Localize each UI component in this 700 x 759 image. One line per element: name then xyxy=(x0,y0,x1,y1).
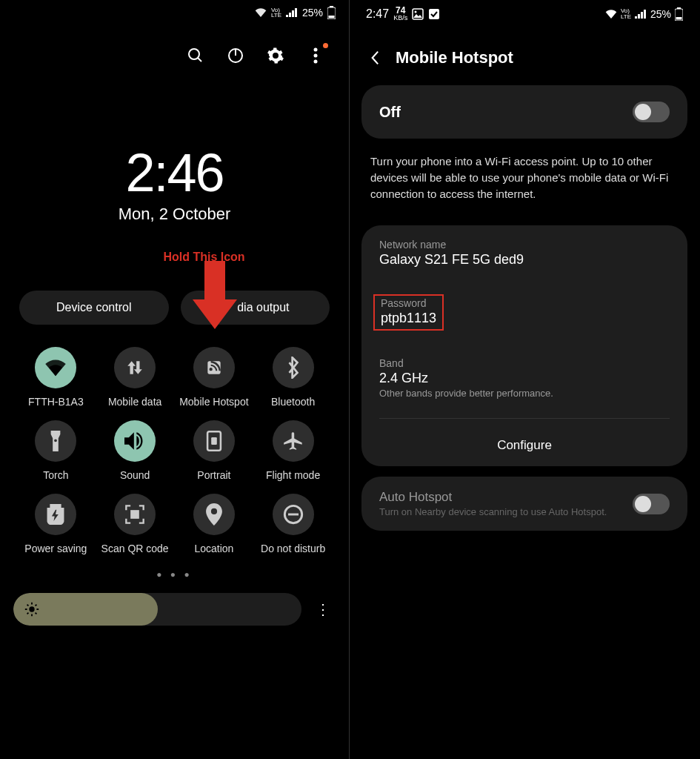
hotspot-settings-panel: 2:47 74KB/s Vo)LTE 25% M xyxy=(350,0,699,759)
chevron-left-icon xyxy=(367,50,382,65)
tile-dnd[interactable]: Do not disturb xyxy=(256,494,330,555)
top-actions xyxy=(0,25,349,76)
signal-icon xyxy=(286,8,298,17)
hotspot-switch[interactable] xyxy=(633,102,670,122)
status-bar-right: 2:47 74KB/s Vo)LTE 25% xyxy=(350,0,699,27)
qr-icon xyxy=(124,504,145,525)
hotspot-config-card: Network name Galaxy S21 FE 5G ded9 Passw… xyxy=(361,225,687,466)
powersaving-icon xyxy=(47,504,64,525)
power-button[interactable] xyxy=(224,44,247,67)
svg-line-25 xyxy=(27,613,29,614)
svg-point-18 xyxy=(29,607,34,612)
divider xyxy=(379,418,670,419)
quick-settings-panel: Vo)LTE 25% 2:46 Mon, 2 October Hold This… xyxy=(0,0,350,759)
svg-point-9 xyxy=(314,60,318,64)
page-title: Mobile Hotspot xyxy=(396,48,513,67)
battery-icon xyxy=(675,7,683,21)
svg-line-24 xyxy=(36,613,37,614)
search-button[interactable] xyxy=(184,44,207,67)
tile-hotspot[interactable]: Mobile Hotspot xyxy=(178,347,251,408)
tile-sound[interactable]: Sound xyxy=(99,420,172,482)
sound-icon xyxy=(124,432,145,450)
svg-rect-13 xyxy=(136,511,139,514)
tile-mobiledata[interactable]: Mobile data xyxy=(99,347,172,408)
svg-rect-1 xyxy=(330,6,333,7)
image-icon xyxy=(412,8,424,20)
tile-bluetooth[interactable]: Bluetooth xyxy=(256,347,330,408)
clock-text: 2:47 xyxy=(366,7,389,21)
page-indicator: ● ● ● xyxy=(0,569,349,580)
tile-portrait[interactable]: Portrait xyxy=(178,420,251,482)
volte-icon: Vo)LTE xyxy=(621,8,631,19)
annotation-arrow-icon xyxy=(193,261,237,329)
hotspot-icon xyxy=(204,358,224,377)
wifi-status-icon xyxy=(605,10,617,19)
tile-qr[interactable]: Scan QR code xyxy=(99,494,172,555)
hotspot-toggle-row[interactable]: Off xyxy=(361,85,687,139)
battery-icon xyxy=(327,6,336,19)
hotspot-description: Turn your phone into a Wi-Fi access poin… xyxy=(350,149,699,215)
password-value: ptpb1113 xyxy=(381,311,436,326)
svg-rect-29 xyxy=(429,9,439,19)
clock-block: 2:46 Mon, 2 October xyxy=(0,142,349,224)
auto-hotspot-card: Auto Hotspot Turn on Nearby device scann… xyxy=(361,477,687,531)
svg-rect-31 xyxy=(677,7,681,9)
svg-rect-15 xyxy=(136,515,139,518)
wifi-status-icon xyxy=(255,8,267,17)
svg-rect-32 xyxy=(676,17,682,20)
battery-text: 25% xyxy=(650,8,671,20)
brightness-slider[interactable] xyxy=(13,593,301,626)
band-note: Other bands provide better performance. xyxy=(379,388,670,399)
auto-hotspot-switch[interactable] xyxy=(633,494,670,514)
band-label: Band xyxy=(379,357,670,369)
svg-point-7 xyxy=(314,48,318,52)
svg-line-4 xyxy=(198,58,201,62)
signal-icon xyxy=(635,10,647,19)
quick-tiles: FTTH-B1A3 Mobile data Mobile Hotspot Blu… xyxy=(0,325,349,554)
back-button[interactable] xyxy=(367,50,382,65)
dnd-icon xyxy=(283,504,304,525)
password-row[interactable]: Password ptpb1113 xyxy=(361,281,687,344)
tile-wifi[interactable]: FTTH-B1A3 xyxy=(19,347,93,408)
settings-button[interactable] xyxy=(264,44,287,67)
network-name-row[interactable]: Network name Galaxy S21 FE 5G ded9 xyxy=(361,225,687,281)
svg-rect-2 xyxy=(329,16,335,19)
band-row[interactable]: Band 2.4 GHz Other bands provide better … xyxy=(361,344,687,412)
device-control-button[interactable]: Device control xyxy=(19,291,169,325)
password-highlight: Password ptpb1113 xyxy=(373,294,444,331)
notification-dot-icon xyxy=(323,43,328,48)
svg-point-8 xyxy=(314,54,318,58)
auto-hotspot-row[interactable]: Auto Hotspot Turn on Nearby device scann… xyxy=(361,477,687,531)
svg-line-23 xyxy=(27,605,29,606)
torch-icon xyxy=(48,431,63,451)
tile-location[interactable]: Location xyxy=(178,494,251,555)
date-display: Mon, 2 October xyxy=(0,205,349,224)
brightness-icon xyxy=(24,601,40,617)
auto-hotspot-title: Auto Hotspot xyxy=(379,490,607,505)
tile-flight[interactable]: Flight mode xyxy=(256,420,330,482)
checkbox-icon xyxy=(428,8,440,20)
auto-hotspot-sub: Turn on Nearby device scanning to use Au… xyxy=(379,506,607,517)
volte-icon: Vo)LTE xyxy=(271,7,281,18)
portrait-icon xyxy=(206,431,222,451)
password-label: Password xyxy=(381,297,436,309)
netspeed-text: 74KB/s xyxy=(393,6,407,21)
network-name-value: Galaxy S21 FE 5G ded9 xyxy=(379,252,670,268)
svg-rect-12 xyxy=(131,511,134,514)
brightness-more-button[interactable]: ⋮ xyxy=(310,600,336,618)
tile-torch[interactable]: Torch xyxy=(19,420,93,482)
svg-rect-14 xyxy=(131,515,134,518)
svg-rect-11 xyxy=(211,437,217,445)
status-bar: Vo)LTE 25% xyxy=(0,0,349,25)
hotspot-toggle-card: Off xyxy=(361,85,687,139)
switch-knob-icon xyxy=(635,496,651,512)
tile-power[interactable]: Power saving xyxy=(19,494,93,555)
toggle-label: Off xyxy=(379,104,401,121)
bluetooth-icon xyxy=(285,357,301,379)
time-display: 2:46 xyxy=(0,142,349,203)
location-icon xyxy=(206,503,222,526)
configure-button[interactable]: Configure xyxy=(361,425,687,466)
more-button[interactable] xyxy=(304,44,327,67)
battery-text: 25% xyxy=(302,7,323,19)
svg-point-28 xyxy=(415,10,417,13)
